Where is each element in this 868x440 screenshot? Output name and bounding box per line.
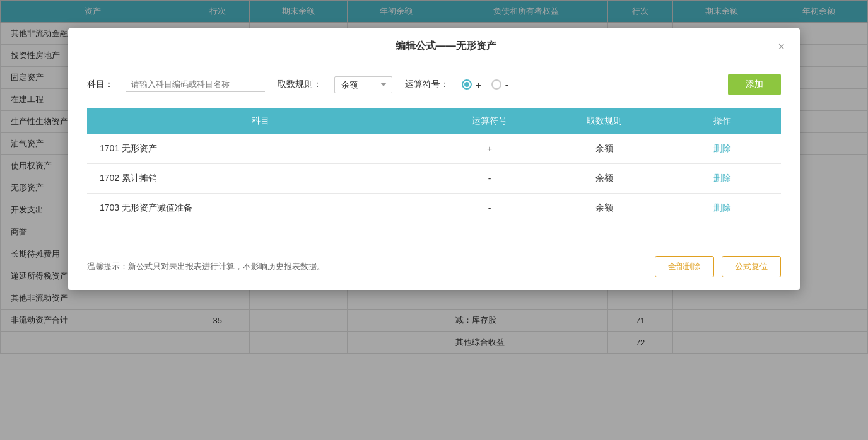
reset-button[interactable]: 公式复位 (722, 256, 781, 277)
modal-header: 编辑公式——无形资产 × (68, 28, 800, 61)
footer-buttons: 全部删除 公式复位 (655, 256, 781, 277)
modal-dialog: 编辑公式——无形资产 × 科目： 取数规则： 余额 借方 贷方 借方累计 贷方累… (68, 28, 800, 290)
table-row: 1702 累计摊销-余额删除 (87, 164, 781, 194)
radio-minus[interactable]: - (491, 79, 508, 90)
cell-operator: + (434, 134, 545, 164)
radio-minus-label: - (505, 79, 508, 90)
cell-action[interactable]: 删除 (663, 164, 781, 194)
cell-subject: 1701 无形资产 (87, 134, 434, 164)
cell-rule: 余额 (545, 164, 663, 194)
delete-all-button[interactable]: 全部删除 (655, 256, 714, 277)
table-row: 1701 无形资产+余额删除 (87, 134, 781, 164)
radio-plus[interactable]: + (462, 79, 481, 90)
add-button[interactable]: 添加 (728, 74, 781, 95)
modal-body: 科目： 取数规则： 余额 借方 贷方 借方累计 贷方累计 运算符号： (68, 61, 800, 248)
delete-link[interactable]: 删除 (713, 143, 731, 153)
cell-subject: 1702 累计摊销 (87, 164, 434, 194)
cell-operator: - (434, 194, 545, 223)
table-header-subject: 科目 (87, 108, 434, 134)
cell-operator: - (434, 164, 545, 194)
table-header-action: 操作 (663, 108, 781, 134)
delete-link[interactable]: 删除 (713, 173, 731, 183)
formula-table: 科目 运算符号 取数规则 操作 1701 无形资产+余额删除1702 累计摊销-… (87, 108, 781, 223)
rule-label: 取数规则： (278, 79, 322, 90)
operator-radio-group: + - (462, 79, 508, 90)
operator-label: 运算符号： (405, 79, 449, 90)
cell-rule: 余额 (545, 134, 663, 164)
cell-subject: 1703 无形资产减值准备 (87, 194, 434, 223)
cell-rule: 余额 (545, 194, 663, 223)
modal-overlay: 编辑公式——无形资产 × 科目： 取数规则： 余额 借方 贷方 借方累计 贷方累… (0, 0, 868, 440)
subject-input[interactable] (126, 77, 265, 92)
rule-select-wrapper: 余额 借方 贷方 借方累计 贷方累计 (334, 76, 392, 93)
modal-footer: 温馨提示：新公式只对未出报表进行计算，不影响历史报表数据。 全部删除 公式复位 (68, 248, 800, 290)
form-row: 科目： 取数规则： 余额 借方 贷方 借方累计 贷方累计 运算符号： (87, 74, 781, 95)
cell-action[interactable]: 删除 (663, 194, 781, 223)
subject-label: 科目： (87, 79, 114, 90)
close-button[interactable]: × (778, 41, 785, 52)
modal-title: 编辑公式——无形资产 (114, 40, 778, 53)
table-row: 1703 无形资产减值准备-余额删除 (87, 194, 781, 223)
footer-tip: 温馨提示：新公式只对未出报表进行计算，不影响历史报表数据。 (87, 261, 325, 272)
rule-select[interactable]: 余额 借方 贷方 借方累计 贷方累计 (334, 76, 392, 93)
table-header-rule: 取数规则 (545, 108, 663, 134)
radio-plus-circle (462, 79, 472, 90)
table-header-operator: 运算符号 (434, 108, 545, 134)
radio-minus-circle (491, 79, 501, 90)
delete-link[interactable]: 删除 (713, 202, 731, 212)
radio-plus-label: + (476, 79, 481, 90)
cell-action[interactable]: 删除 (663, 134, 781, 164)
